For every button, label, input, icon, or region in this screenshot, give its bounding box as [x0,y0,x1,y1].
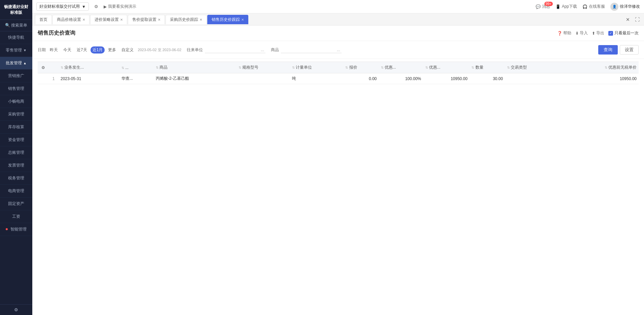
table-row[interactable]: 1 2023-05-31 华查... 丙烯酸-2-乙基己酯 吨 0.00 100… [38,73,639,84]
sidebar-item-accounting[interactable]: 总账管理 [0,146,32,159]
topbar-gear-button[interactable]: ⚙ [92,2,101,11]
sort-icon: ⇅ [425,66,428,69]
maximize-window-button[interactable]: ⛶ [633,15,641,24]
tab-sale-history-label: 销售历史价跟踪 [212,17,240,23]
product-select[interactable]: ... [281,47,342,53]
date-option-today[interactable]: 今天 [61,46,73,54]
cell-quantity: 30.00 [469,73,505,84]
date-option-more[interactable]: 更多 [106,46,118,54]
import-button[interactable]: ⬇ 导入 [575,30,588,36]
chevron-down-icon: ▼ [82,4,86,9]
close-icon[interactable]: ✕ [200,18,202,22]
th-unit[interactable]: ⇅ 计量单位 [290,62,344,73]
close-window-button[interactable]: ✕ [624,15,632,24]
date-option-last1m[interactable]: 近1月 [91,46,105,54]
message-button[interactable]: 💬 消息 99+ [536,4,550,9]
sidebar-item-invoice[interactable]: 发票管理 [0,159,32,172]
filter-area: 日期 昨天 今天 近7天 近1月 更多 自定义 2023-05-02 至 202… [32,41,644,59]
close-icon[interactable]: ✕ [120,18,123,22]
window-controls: ✕ ⛶ [624,15,641,24]
only-last-checkbox[interactable]: ✓ [608,31,613,36]
product-picker-icon[interactable]: ... [337,47,340,52]
sidebar-item-finance[interactable]: 资金管理 [0,134,32,146]
tab-purchase-strategy[interactable]: 进价策略设置 ✕ [90,15,127,24]
th-biz-date[interactable]: ⇅ 业务发生... [59,62,119,73]
only-last-label: 只看最后一次 [614,30,639,36]
online-service-button[interactable]: 🎧 在线客服 [582,4,605,9]
app-label: App下载 [562,4,577,9]
tab-home[interactable]: 首页 [35,15,52,24]
th-pretax-price[interactable]: ⇅ 优惠前无税单价 [558,62,639,73]
cell-more: 华查... [119,73,154,84]
th-discount1[interactable]: ⇅ 优惠... [379,62,423,73]
cell-gear [38,73,48,84]
sidebar-item-retail[interactable]: 零售管理 ▼ [0,44,32,57]
demo-link[interactable]: ▶ 我要看实例演示 [104,4,136,9]
settings-button[interactable]: 设置 [620,45,639,55]
close-icon[interactable]: ✕ [158,18,160,22]
date-range-display: 2023-05-02 至 2023-06-02 [138,47,181,53]
date-option-yesterday[interactable]: 昨天 [48,46,60,54]
sidebar-item-sales[interactable]: 销售管理 [0,82,32,95]
sort-icon: ⇅ [507,66,510,69]
settings-icon: ⚙ [14,307,18,312]
sidebar-item-ecommerce-small[interactable]: 小畅电商 [0,95,32,108]
filter-actions: 查询 设置 [598,45,639,55]
sidebar-item-marketing[interactable]: 营销推广 [0,70,32,82]
date-option-last7[interactable]: 近7天 [75,46,89,54]
th-gear[interactable]: ⚙ [38,62,48,73]
only-last-toggle[interactable]: ✓ 只看最后一次 [608,30,639,36]
date-options: 昨天 今天 近7天 近1月 更多 自定义 [48,46,136,54]
sidebar-logo: 畅捷通好业财 标准版 [0,0,32,20]
sidebar-item-tax[interactable]: 税务管理 [0,172,32,185]
close-icon[interactable]: ✕ [241,18,244,22]
cell-discount2: 10950.00 [423,73,470,84]
tab-sale-history[interactable]: 销售历史价跟踪 ✕ [207,15,248,24]
app-download-button[interactable]: 📱 App下载 [556,4,577,9]
user-info[interactable]: 👤 徐泽华修改 [610,3,640,11]
date-option-custom[interactable]: 自定义 [119,46,136,54]
logo-line1: 畅捷通好业财 [4,4,28,9]
from-unit-picker-icon[interactable]: ... [261,47,264,52]
version-selector[interactable]: 好业财标准版交付试用 ▼ [36,2,89,11]
th-spec[interactable]: ⇅ 规格型号 [237,62,290,73]
sidebar-item-quicknav[interactable]: 快捷导航 [0,31,32,44]
sidebar-item-inventory[interactable]: 库存核算 [0,121,32,134]
th-more[interactable]: ⇅ ... [119,62,154,73]
date-filter-group: 日期 昨天 今天 近7天 近1月 更多 自定义 2023-05-02 至 202… [38,46,181,54]
sort-icon: ⇅ [121,66,124,70]
sort-icon: ⇅ [471,66,474,69]
th-product[interactable]: ⇅ 商品 [154,62,237,73]
th-quantity[interactable]: ⇅ 数量 [469,62,505,73]
data-table: ⚙ ⇅ 业务发生... ⇅ ... ⇅ 商品 [38,62,639,84]
sidebar-item-wholesale[interactable]: 批发管理 ▲ [0,57,32,70]
tab-price[interactable]: 商品价格设置 ✕ [52,15,90,24]
help-icon: ❓ [557,31,562,36]
search-menu[interactable]: 🔍 搜索菜单 [0,20,32,31]
th-price[interactable]: ⇅ 报价 [343,62,379,73]
close-icon[interactable]: ✕ [82,18,85,22]
th-trade-type[interactable]: ⇅ 交易类型 [505,62,559,73]
headphone-icon: 🎧 [582,4,587,9]
from-unit-select[interactable]: ... [205,47,265,53]
sidebar-item-payroll[interactable]: 工资 [0,210,32,223]
sort-icon: ⇅ [381,66,384,69]
sidebar-item-smart[interactable]: 智能管理 [0,223,32,236]
export-button[interactable]: ⬆ 导出 [592,30,604,36]
sidebar-item-ecommerce[interactable]: 电商管理 [0,185,32,198]
help-button[interactable]: ❓ 帮助 [557,30,571,36]
tabbar: 首页 商品价格设置 ✕ 进价策略设置 ✕ 售价提取设置 ✕ 采购历史价跟踪 ✕ … [32,13,644,26]
tab-purchase-history-label: 采购历史价跟踪 [170,17,198,23]
tab-sale-extract[interactable]: 售价提取设置 ✕ [128,15,165,24]
tab-purchase-history[interactable]: 采购历史价跟踪 ✕ [166,15,207,24]
cell-spec [237,73,290,84]
th-discount2[interactable]: ⇅ 优惠... [423,62,470,73]
sidebar-item-purchase[interactable]: 采购管理 [0,108,32,121]
from-unit-label: 往来单位 [187,47,203,53]
sidebar-settings[interactable]: ⚙ [0,304,32,315]
sidebar-item-assets[interactable]: 固定资产 [0,198,32,210]
query-button[interactable]: 查询 [598,45,618,55]
topbar: 好业财标准版交付试用 ▼ ⚙ ▶ 我要看实例演示 💬 消息 99+ 📱 App下… [32,0,644,13]
quicknav-label: 快捷导航 [8,35,24,40]
service-label: 在线客服 [589,4,605,9]
